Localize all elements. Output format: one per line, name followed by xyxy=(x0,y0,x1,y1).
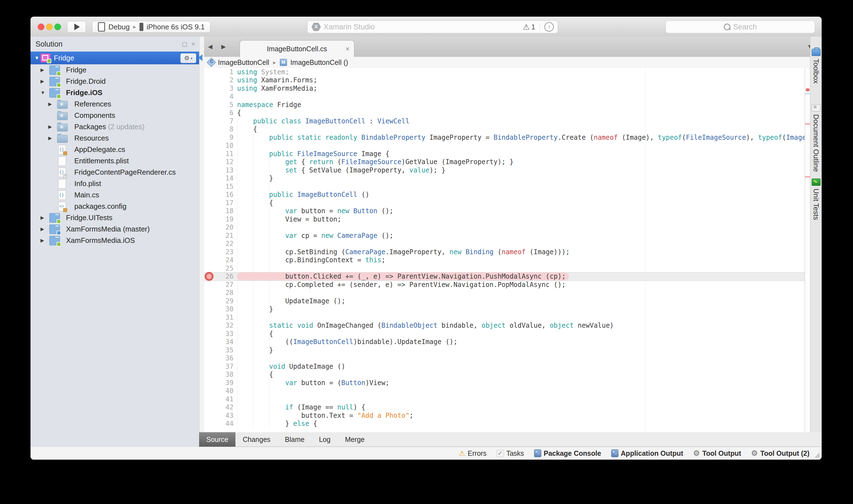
dock-icon[interactable]: ◻ xyxy=(182,40,188,48)
expander-icon[interactable]: ▶ xyxy=(40,67,46,73)
code-line-40[interactable]: 40 xyxy=(204,387,805,395)
tree-item-components[interactable]: Components xyxy=(31,110,199,121)
code-line-38[interactable]: 38 { xyxy=(204,371,805,379)
tree-item-xamformsmedia-ios[interactable]: ▶XamFormsMedia.iOS xyxy=(31,235,199,246)
code-line-30[interactable]: 30 } xyxy=(204,305,805,313)
expander-icon[interactable]: ▶ xyxy=(48,124,54,130)
code-line-35[interactable]: 35 } xyxy=(204,346,805,354)
code-line-6[interactable]: 6{ xyxy=(204,109,805,117)
search-field[interactable]: Search xyxy=(665,20,815,33)
statusbar-pad-errors[interactable]: ⚠Errors xyxy=(459,449,486,458)
close-pad-icon[interactable]: × xyxy=(191,40,195,48)
statusbar-pad-package-console[interactable]: >_Package Console xyxy=(534,449,601,457)
expander-icon[interactable]: ▶ xyxy=(40,238,46,244)
tree-item-fridge-droid[interactable]: ▶Fridge.Droid xyxy=(31,76,199,87)
expander-icon[interactable]: ▶ xyxy=(48,101,54,107)
footer-tab-blame[interactable]: Blame xyxy=(278,432,312,447)
pane-splitter[interactable] xyxy=(199,37,205,447)
code-line-7[interactable]: 7 public class ImageButtonCell : ViewCel… xyxy=(204,117,805,125)
code-line-21[interactable]: 21 var cp = new CameraPage (); xyxy=(204,232,805,240)
code-line-17[interactable]: 17 { xyxy=(204,199,805,207)
code-line-39[interactable]: 39 var button = (Button)View; xyxy=(204,379,805,387)
expander-icon[interactable]: ▶ xyxy=(40,226,46,232)
code-line-26[interactable]: 26 button.Clicked += (_, e) => ParentVie… xyxy=(204,272,805,281)
code-line-4[interactable]: 4 xyxy=(204,93,805,101)
code-line-36[interactable]: 36 xyxy=(204,354,805,363)
tree-item-xamformsmedia-master[interactable]: ▶XamFormsMedia (master) xyxy=(31,223,199,235)
code-line-16[interactable]: 16 public ImageButtonCell () xyxy=(204,191,805,199)
code-line-34[interactable]: 34 ((ImageButtonCell)bindable).UpdateIma… xyxy=(204,338,805,346)
code-line-3[interactable]: 3using XamFormsMedia; xyxy=(204,84,805,93)
footer-tab-merge[interactable]: Merge xyxy=(338,432,372,447)
breadcrumb-class[interactable]: ImageButtonCell xyxy=(218,58,269,67)
footer-tab-changes[interactable]: Changes xyxy=(235,432,278,447)
code-line-8[interactable]: 8 { xyxy=(204,125,805,133)
code-line-11[interactable]: 11 public FileImageSource Image { xyxy=(204,150,805,158)
side-tab-document-outline[interactable]: Document Outline xyxy=(810,104,822,172)
code-line-28[interactable]: 28 xyxy=(204,289,805,297)
ide-status-box[interactable]: X Xamarin Studio ⚠ 1 ↑ xyxy=(307,20,558,33)
side-tab-unit-tests[interactable]: Unit Tests xyxy=(810,179,822,220)
code-line-33[interactable]: 33 { xyxy=(204,330,805,338)
code-line-32[interactable]: 32 static void OnImageChanged (BindableO… xyxy=(204,322,805,330)
code-line-31[interactable]: 31 xyxy=(204,313,805,322)
close-tab-icon[interactable]: × xyxy=(345,44,350,53)
code-line-44[interactable]: 44 } else { xyxy=(204,420,805,428)
code-line-13[interactable]: 13 set { SetValue (ImageProperty, value)… xyxy=(204,166,805,174)
build-configuration-selector[interactable]: Debug ▸ iPhone 6s iOS 9.1 xyxy=(92,21,211,33)
code-line-23[interactable]: 23 cp.SetBinding (CameraPage.ImageProper… xyxy=(204,248,805,256)
tree-item-appdelegate-cs[interactable]: {}AppDelegate.cs xyxy=(31,144,199,155)
tree-item-references[interactable]: ▶References xyxy=(31,98,199,110)
code-line-27[interactable]: 27 cp.Completed += (sender, e) => Parent… xyxy=(204,281,805,289)
expander-icon[interactable]: ▼ xyxy=(40,90,46,96)
tree-item-fridgecontentpagerenderer-cs[interactable]: {}?FridgeContentPageRenderer.cs xyxy=(31,167,199,178)
tree-item-packages-config[interactable]: <>packages.config xyxy=(31,201,199,212)
warning-count[interactable]: 1 xyxy=(531,23,535,31)
expander-icon[interactable]: ▼ xyxy=(34,55,40,61)
code-line-9[interactable]: 9 public static readonly BindablePropert… xyxy=(204,133,805,142)
code-line-22[interactable]: 22 xyxy=(204,240,805,248)
footer-tab-log[interactable]: Log xyxy=(312,432,338,447)
tree-item-fridge[interactable]: ▶Fridge xyxy=(31,64,199,76)
document-tab[interactable]: ImageButtonCell.cs × xyxy=(239,40,354,57)
close-window-button[interactable] xyxy=(38,23,45,30)
code-line-29[interactable]: 29 UpdateImage (); xyxy=(204,297,805,305)
code-line-24[interactable]: 24 cp.BindingContext = this; xyxy=(204,256,805,265)
error-stripe[interactable] xyxy=(805,68,810,432)
code-line-18[interactable]: 18 var button = new Button (); xyxy=(204,207,805,215)
statusbar-pad-tool-output[interactable]: ⚙Tool Output xyxy=(693,449,741,458)
tree-item-main-cs[interactable]: {}Main.cs xyxy=(31,190,199,201)
code-line-14[interactable]: 14 } xyxy=(204,174,805,183)
expander-icon[interactable]: ▶ xyxy=(40,215,46,221)
code-line-20[interactable]: 20 xyxy=(204,223,805,232)
code-line-12[interactable]: 12 get { return (FileImageSource)GetValu… xyxy=(204,158,805,166)
code-line-37[interactable]: 37 void UpdateImage () xyxy=(204,362,805,371)
code-line-42[interactable]: 42 if (Image == null) { xyxy=(204,403,805,412)
tree-item-fridge-uitests[interactable]: ▶Fridge.UITests xyxy=(31,212,199,223)
code-line-43[interactable]: 43 button.Text = "Add a Photo"; xyxy=(204,411,805,420)
footer-tab-source[interactable]: Source xyxy=(199,432,235,447)
breakpoint-icon[interactable] xyxy=(205,272,214,281)
tree-item-resources[interactable]: ▶Resources xyxy=(31,132,199,144)
resize-grip[interactable]: ◢ xyxy=(815,451,819,458)
zoom-window-button[interactable] xyxy=(54,23,61,30)
upload-icon[interactable]: ↑ xyxy=(544,22,554,32)
code-line-5[interactable]: 5namespace Fridge xyxy=(204,101,805,109)
statusbar-pad-tool-output-2[interactable]: ⚙Tool Output (2) xyxy=(751,449,810,458)
statusbar-pad-tasks[interactable]: ✓Tasks xyxy=(497,449,524,457)
solution-options-button[interactable]: ⚙▾ xyxy=(180,53,196,63)
code-line-19[interactable]: 19 View = button; xyxy=(204,215,805,223)
tree-item-entitlements-plist[interactable]: Entitlements.plist xyxy=(31,155,199,167)
tree-item-info-plist[interactable]: Info.plist xyxy=(31,178,199,190)
breadcrumb-method[interactable]: ImageButtonCell () xyxy=(290,58,348,67)
tree-item-fridge-solution[interactable]: ▼ Fridge ⚙▾ xyxy=(31,52,199,64)
code-line-25[interactable]: 25 xyxy=(204,264,805,272)
minimize-window-button[interactable] xyxy=(46,23,53,30)
expander-icon[interactable]: ▶ xyxy=(48,135,54,141)
tree-item-packages[interactable]: ▶Packages (2 updates) xyxy=(31,121,199,132)
statusbar-pad-application-output[interactable]: >_Application Output xyxy=(611,449,683,457)
code-line-41[interactable]: 41 xyxy=(204,395,805,403)
code-line-2[interactable]: 2using Xamarin.Forms; xyxy=(204,76,805,85)
code-line-15[interactable]: 15 xyxy=(204,182,805,191)
side-tab-toolbox[interactable]: Toolbox xyxy=(810,49,822,84)
